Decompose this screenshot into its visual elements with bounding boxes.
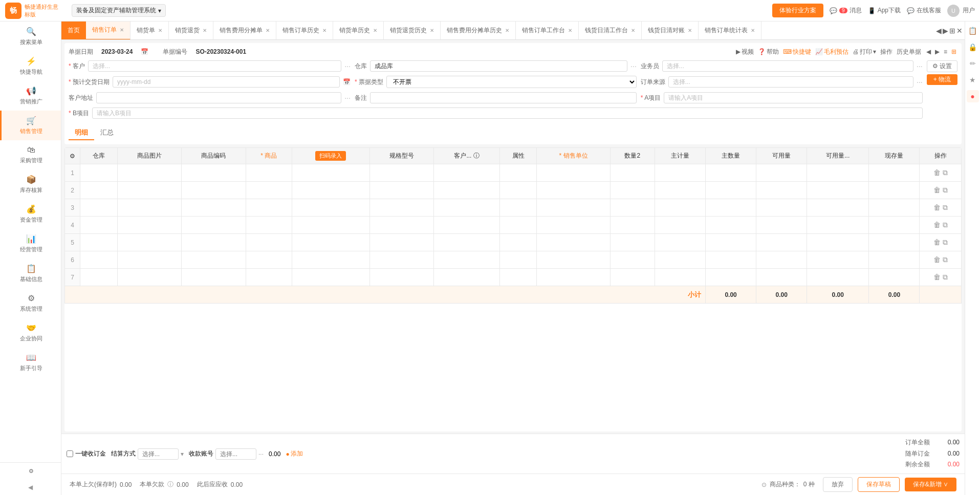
row-delete-icon[interactable]: 🗑 — [933, 203, 941, 212]
row-delete-icon[interactable]: 🗑 — [933, 273, 941, 282]
tab-close-icon[interactable]: ✕ — [505, 28, 509, 33]
row-customer-code[interactable] — [434, 164, 499, 182]
row-copy-icon[interactable]: ⧉ — [943, 221, 948, 229]
row-delete-icon[interactable]: 🗑 — [933, 255, 941, 264]
address-more-icon[interactable]: ··· — [344, 94, 351, 102]
grid-view-icon[interactable]: ⊞ — [950, 47, 957, 56]
payment-method-input[interactable] — [138, 448, 179, 460]
rs-doc-icon[interactable]: 📋 — [967, 25, 979, 37]
tab-menu-icon[interactable]: ⊞ — [949, 27, 955, 35]
tab-summary[interactable]: 汇总 — [94, 126, 120, 140]
project-a-input[interactable] — [664, 92, 923, 103]
sidebar-settings[interactable]: ⚙ — [0, 463, 61, 480]
add-button[interactable]: ● 添加 — [286, 449, 302, 458]
bank-account-input[interactable] — [215, 448, 256, 460]
sidebar-item-marketing[interactable]: 📢 营销推广 — [0, 81, 61, 111]
row-scan[interactable] — [292, 164, 369, 182]
payment-method-dropdown[interactable]: ▾ — [181, 450, 184, 458]
order-source-more-icon[interactable]: ··· — [917, 78, 923, 86]
row-available2[interactable] — [807, 164, 869, 182]
row-copy-icon[interactable]: ⧉ — [943, 203, 948, 212]
tab-close-icon[interactable]: ✕ — [322, 28, 326, 33]
row-warehouse[interactable] — [80, 164, 118, 182]
row-available[interactable] — [756, 164, 807, 182]
tab-next-arrow[interactable]: ▶ — [943, 27, 948, 35]
tab-close-icon[interactable]: ✕ — [120, 27, 124, 33]
table-scroll[interactable]: ⚙ 仓库 商品图片 商品编码 * 商品 扫码录入 规格型号 客户... ⓘ 属性… — [64, 147, 962, 304]
order-source-input[interactable] — [668, 76, 913, 88]
tab-detail[interactable]: 明细 — [69, 126, 94, 140]
rs-star-icon[interactable]: ★ — [967, 74, 979, 86]
next-record-icon[interactable]: ▶ — [934, 47, 941, 56]
warehouse-more-icon[interactable]: ··· — [630, 62, 637, 70]
tab-close-icon[interactable]: ✕ — [373, 28, 377, 33]
row-delete-icon[interactable]: 🗑 — [933, 238, 941, 247]
row-copy-icon[interactable]: ⧉ — [943, 273, 948, 282]
rs-lock-icon[interactable]: 🔒 — [967, 41, 979, 53]
row-delete-icon[interactable]: 🗑 — [933, 186, 941, 195]
calendar-icon[interactable]: 📅 — [141, 48, 148, 55]
tab-return-history[interactable]: 销货退货历史 ✕ — [384, 21, 441, 40]
settings-button[interactable]: ⚙ 设置 — [927, 60, 957, 72]
tab-close-icon[interactable]: ✕ — [568, 28, 572, 33]
tab-sales-goods[interactable]: 销货单 ✕ — [130, 21, 169, 40]
sidebar-item-guide[interactable]: 📖 新手引导 — [0, 348, 61, 377]
col-scan[interactable]: 扫码录入 — [292, 148, 369, 164]
tab-close-icon[interactable]: ✕ — [430, 28, 434, 33]
row-qty2[interactable] — [610, 164, 655, 182]
invoice-select[interactable]: 不开票 增值税普通发票 增值税专用发票 — [386, 76, 637, 88]
tab-sales-expense[interactable]: 销售费用分摊单 ✕ — [213, 21, 276, 40]
print-button[interactable]: 🖨 打印 ▾ — [853, 48, 876, 56]
sidebar-item-quicknav[interactable]: ⚡ 快捷导航 — [0, 51, 61, 81]
tab-sales-goods-history[interactable]: 销货单历史 ✕ — [333, 21, 384, 40]
sidebar-item-purchase[interactable]: 🛍 采购管理 — [0, 140, 61, 169]
row-attr[interactable] — [499, 164, 537, 182]
tab-daily-reconcile[interactable]: 钱货日清对账 ✕ — [642, 21, 699, 40]
help-button[interactable]: ❓ 帮助 — [758, 48, 779, 56]
sidebar-item-sales[interactable]: 🛒 销售管理 — [0, 111, 61, 140]
tab-expense-history[interactable]: 销售费用分摊单历史 ✕ — [441, 21, 516, 40]
tab-close-icon[interactable]: ✕ — [158, 28, 162, 33]
tab-sales-order[interactable]: 销售订单 ✕ — [86, 21, 130, 40]
tab-close-icon[interactable]: ✕ — [688, 28, 692, 33]
tab-sales-stats[interactable]: 销售订单统计表 ✕ — [699, 21, 761, 40]
row-unit[interactable] — [537, 164, 610, 182]
row-code[interactable] — [182, 164, 246, 182]
col-gear[interactable]: ⚙ — [65, 148, 80, 164]
message-button[interactable]: 💬 9 消息 — [830, 6, 862, 15]
system-selector[interactable]: 装备及固定资产辅助管理系统 ▾ — [72, 4, 166, 17]
online-service-button[interactable]: 💬 在线客服 — [907, 6, 941, 15]
tab-sales-order-history[interactable]: 销售订单历史 ✕ — [276, 21, 333, 40]
row-stock[interactable] — [869, 164, 920, 182]
row-copy-icon[interactable]: ⧉ — [943, 255, 948, 264]
add-logistics-button[interactable]: + 物流 — [927, 74, 957, 85]
user-area[interactable]: U 用户 — [947, 5, 975, 17]
print-dropdown-icon[interactable]: ▾ — [873, 48, 876, 55]
operate-button[interactable]: 操作 — [880, 48, 892, 56]
shortcut-button[interactable]: ⌨ 快捷键 — [783, 48, 811, 56]
sidebar-item-search[interactable]: 🔍 搜索菜单 — [0, 21, 61, 51]
history-button[interactable]: 历史单据 — [897, 48, 921, 56]
calendar-small-icon[interactable]: 📅 — [343, 78, 351, 85]
save-new-button[interactable]: 保存&新增 ∨ — [905, 478, 956, 491]
staff-more-icon[interactable]: ··· — [917, 62, 923, 70]
tab-close-icon[interactable]: ✕ — [266, 28, 270, 33]
row-delete-icon[interactable]: 🗑 — [933, 221, 941, 229]
app-download-button[interactable]: 📱 App下载 — [868, 6, 901, 15]
sidebar-item-collab[interactable]: 🤝 企业协同 — [0, 318, 61, 348]
tab-close-icon[interactable]: ✕ — [751, 28, 755, 33]
list-view-icon[interactable]: ≡ — [943, 47, 948, 56]
tab-prev-arrow[interactable]: ◀ — [936, 27, 942, 35]
warehouse-input[interactable] — [370, 60, 627, 72]
staff-input[interactable] — [662, 60, 913, 72]
delivery-input[interactable] — [113, 76, 340, 88]
sidebar-item-baseinfo[interactable]: 📋 基础信息 — [0, 259, 61, 288]
row-spec[interactable] — [369, 164, 434, 182]
remark-input[interactable] — [370, 92, 637, 103]
sidebar-collapse-button[interactable]: ◀ — [0, 480, 61, 495]
row-goods[interactable] — [246, 164, 292, 182]
tab-home[interactable]: 首页 — [61, 21, 86, 40]
rs-alert-icon[interactable]: ● — [967, 90, 979, 102]
bank-account-more-icon[interactable]: ··· — [258, 450, 264, 458]
project-b-input[interactable] — [92, 107, 923, 119]
